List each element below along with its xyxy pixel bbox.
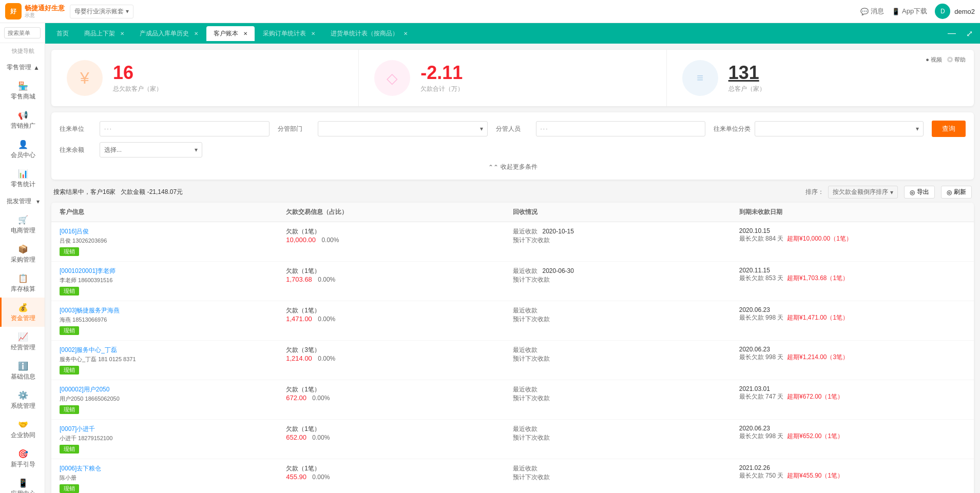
customer-name-5[interactable]: [000002]用户2050 <box>60 385 286 394</box>
balance-select[interactable]: 选择... ▾ <box>100 142 202 157</box>
sidebar-item-batch[interactable]: 批发管理 ▾ <box>0 193 45 210</box>
table-row: [000002]用户2050 用户2050 18665062050 现销 欠款（… <box>51 380 974 420</box>
cell-due-2: 2020.11.15 最长欠款 853 天 超期¥1,703.68（1笔） <box>739 267 966 283</box>
message-icon: 💬 <box>860 8 869 15</box>
sidebar-item-system[interactable]: ⚙️ 系统管理 <box>0 385 45 415</box>
overdue-link-1[interactable]: 超期¥10,000.00（1笔） <box>787 235 852 242</box>
sidebar-item-enterprise-collab[interactable]: 🤝 企业协同 <box>0 415 45 444</box>
sidebar-item-business[interactable]: 📈 经营管理 <box>0 327 45 356</box>
card1-data: 16 总欠款客户（家） <box>113 63 162 94</box>
from-unit-input[interactable]: ··· <box>100 121 270 136</box>
customer-name-1[interactable]: [0016]吕俊 <box>60 227 286 236</box>
sidebar-item-retail-mall[interactable]: 🏪 零售商城 <box>0 76 45 105</box>
tab-minimize-button[interactable]: — <box>945 28 959 40</box>
summary-cards: ¥ 16 总欠款客户（家） ◇ -2.11 欠款合计（万） <box>51 50 974 106</box>
tab-bar: 首页 商品上下架 ✕ 产成品入库单历史 ✕ 客户账本 ✕ 采购订单统计表 ✕ <box>45 23 980 44</box>
user-name: demo2 <box>954 8 975 15</box>
video-link[interactable]: ● 视频 <box>926 56 942 64</box>
refresh-button[interactable]: ◎ 刷新 <box>941 186 972 199</box>
sidebar-item-inventory[interactable]: 📋 库存核算 <box>0 268 45 298</box>
person-input[interactable]: ··· <box>536 121 706 136</box>
user-profile[interactable]: D demo2 <box>935 4 975 19</box>
sidebar-item-purchase[interactable]: 📦 采购管理 <box>0 239 45 268</box>
cell-due-7: 2021.02.26 最长欠款 750 天 超期¥455.90（1笔） <box>739 464 966 480</box>
message-button[interactable]: 💬 消息 <box>860 7 884 16</box>
overdue-link-2[interactable]: 超期¥1,703.68（1笔） <box>787 274 849 282</box>
tab-home[interactable]: 首页 <box>49 26 76 41</box>
balance-placeholder: 选择... <box>104 146 122 154</box>
close-purchase-tab[interactable]: ✕ <box>311 31 315 36</box>
help-link[interactable]: ◎ 帮助 <box>947 56 966 64</box>
tab-products[interactable]: 商品上下架 ✕ <box>77 26 131 41</box>
tab-purchase-order[interactable]: 采购订单统计表 ✕ <box>256 26 322 41</box>
customer-tag-5: 现销 <box>60 405 79 414</box>
ecommerce-icon: 🛒 <box>5 215 42 225</box>
owed-amount-5: 672.00 <box>286 394 306 402</box>
sidebar-item-ecommerce[interactable]: 🛒 电商管理 <box>0 210 45 239</box>
customer-name-7[interactable]: [0006]去下粮仓 <box>60 464 286 473</box>
tab-inbound-stats[interactable]: 进货单统计表（按商品） ✕ <box>323 26 415 41</box>
chevron-down-balance: ▾ <box>195 146 198 153</box>
collapse-button[interactable]: ⌃⌃ 收起更多条件 <box>488 163 537 171</box>
sidebar-item-basic-info[interactable]: ℹ️ 基础信息 <box>0 356 45 385</box>
sidebar-item-retail-stats[interactable]: 📊 零售统计 <box>0 164 45 193</box>
cell-customer-3: [0003]畅捷服务尹海燕 海燕 18513066976 现销 <box>60 306 286 335</box>
search-button[interactable]: 查询 <box>932 121 966 137</box>
inventory-label: 库存核算 <box>11 285 35 292</box>
search-input[interactable] <box>4 27 41 38</box>
marketing-icon: 📢 <box>5 110 42 120</box>
card3-number: 131 <box>728 63 765 83</box>
close-customer-account-tab[interactable]: ✕ <box>243 31 247 36</box>
app-download-button[interactable]: 📱 App下载 <box>892 7 927 16</box>
customer-name-6[interactable]: [0007]小进千 <box>60 425 286 433</box>
owed-amount-4: 1,214.00 <box>286 354 312 362</box>
finance-icon: 💰 <box>5 303 42 312</box>
overdue-link-3[interactable]: 超期¥1,471.00（1笔） <box>787 314 849 321</box>
card1-label: 总欠款客户（家） <box>113 85 162 93</box>
tab-maximize-button[interactable]: ⤢ <box>963 28 976 40</box>
customer-name-2[interactable]: [0001020001]李老师 <box>60 267 286 275</box>
cell-owed-6: 欠款（1笔） 652.00 0.00% <box>286 425 512 441</box>
tab-bar-actions: — ⤢ <box>945 28 976 40</box>
chevron-up-icon: ⌃⌃ <box>488 164 498 171</box>
customer-name-3[interactable]: [0003]畅捷服务尹海燕 <box>60 306 286 315</box>
chevron-down-sort: ▾ <box>890 189 893 196</box>
member-icon: 👤 <box>5 140 42 149</box>
sidebar-item-retail-management[interactable]: 零售管理 ▲ <box>0 59 45 76</box>
sidebar-item-finance[interactable]: 💰 资金管理 <box>0 298 45 327</box>
overdue-link-5[interactable]: 超期¥672.00（1笔） <box>787 393 843 400</box>
tab-customer-account[interactable]: 客户账本 ✕ <box>206 26 255 41</box>
cell-recovery-3: 最近收款 预计下次收款 <box>513 306 739 324</box>
sort-select[interactable]: 按欠款金额倒序排序 ▾ <box>828 186 898 199</box>
cell-due-5: 2021.03.01 最长欠款 747 天 超期¥672.00（1笔） <box>739 385 966 401</box>
customer-contact-3: 海燕 18513066976 <box>60 316 286 324</box>
close-products-tab[interactable]: ✕ <box>120 31 124 36</box>
export-button[interactable]: ◎ 导出 <box>904 186 935 199</box>
sidebar-item-marketing[interactable]: 📢 营销推广 <box>0 105 45 134</box>
chevron-down-unit: ▾ <box>916 125 919 132</box>
card3-label: 总客户（家） <box>728 85 765 93</box>
unit-type-select[interactable]: ▾ <box>755 121 924 136</box>
store-selector[interactable]: 母婴行业演示账套 ▾ <box>70 5 133 18</box>
filter-dept: 分管部门 ▾ <box>278 121 488 136</box>
sidebar-item-member[interactable]: 👤 会员中心 <box>0 134 45 164</box>
overdue-link-7[interactable]: 超期¥455.90（1笔） <box>787 472 843 479</box>
member-label: 会员中心 <box>11 151 35 159</box>
collapse-label: 收起更多条件 <box>501 163 537 171</box>
card1-number: 16 <box>113 63 162 83</box>
basic-info-icon: ℹ️ <box>5 361 42 371</box>
batch-label: 批发管理 <box>7 197 31 206</box>
customer-name-4[interactable]: [0002]服务中心_丁磊 <box>60 346 286 354</box>
system-label: 系统管理 <box>11 402 35 409</box>
close-production-tab[interactable]: ✕ <box>194 31 198 36</box>
business-label: 经营管理 <box>11 344 35 351</box>
tab-production[interactable]: 产成品入库单历史 ✕ <box>132 26 205 41</box>
dept-select[interactable]: ▾ <box>318 121 488 136</box>
sidebar-item-new-guide[interactable]: 🎯 新手引导 <box>0 444 45 473</box>
sidebar-item-app-center[interactable]: 📱 应用中心 <box>0 473 45 493</box>
close-inbound-tab[interactable]: ✕ <box>403 31 408 36</box>
overdue-link-4[interactable]: 超期¥1,214.00（3笔） <box>787 353 849 361</box>
overdue-link-6[interactable]: 超期¥652.00（1笔） <box>787 432 843 440</box>
tab-production-label: 产成品入库单历史 <box>140 29 189 38</box>
top-bar: 好 畅捷通好生意 示意 母婴行业演示账套 ▾ 💬 消息 📱 App下载 D <box>0 0 980 23</box>
